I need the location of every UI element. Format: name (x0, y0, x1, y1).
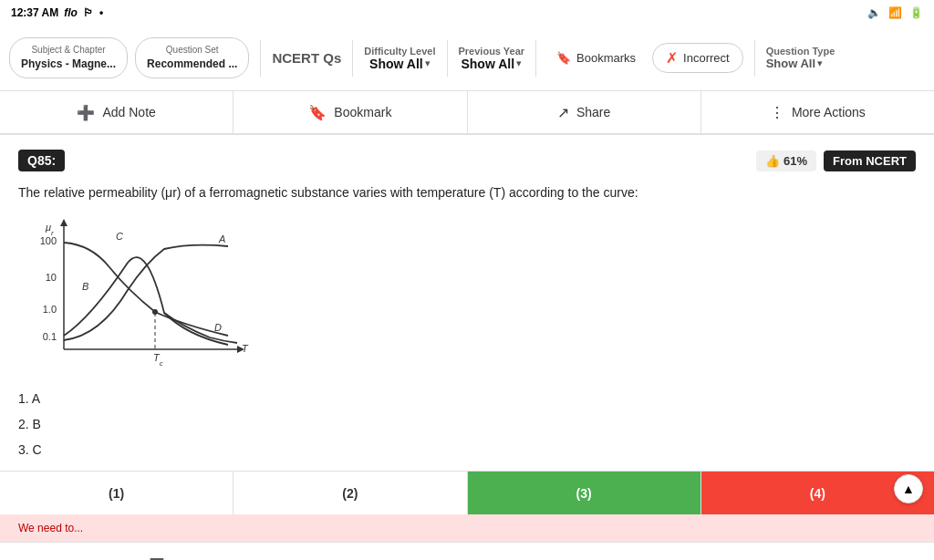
add-note-icon: ➕ (77, 104, 95, 121)
option-1-number: 1. (18, 391, 32, 406)
answer-tab-2-label: (2) (342, 486, 358, 501)
question-header: Q85: 👍 61% From NCERT (18, 150, 916, 171)
option-2[interactable]: 2. B (18, 415, 916, 433)
percent-badge: 👍 61% (756, 150, 816, 171)
prev-year-label: Previous Year (459, 46, 525, 57)
prev-year-value: Show All ▾ (461, 57, 522, 71)
question-badges: 👍 61% From NCERT (756, 150, 916, 171)
app-name: flo (64, 6, 78, 19)
answer-tab-1[interactable]: (1) (0, 472, 234, 514)
answer-tab-2[interactable]: (2) (234, 472, 467, 514)
q-type-arrow: ▾ (817, 57, 823, 69)
flo-icon: 🏳 (83, 6, 94, 19)
share-icon: ↗ (557, 104, 569, 121)
svg-marker-3 (60, 219, 67, 226)
answer-tab-4-label: (4) (810, 486, 825, 501)
divider-5 (754, 40, 755, 77)
ncert-qs-label: NCERT Qs (272, 50, 341, 66)
incorrect-button[interactable]: ✗ Incorrect (652, 43, 743, 73)
action-bar: ➕ Add Note 🔖 Bookmark ↗ Share ⋮ More Act… (0, 91, 934, 135)
question-number: Q85: (18, 150, 65, 171)
svg-text:T: T (242, 343, 249, 354)
svg-text:B: B (82, 281, 88, 292)
option-1[interactable]: 1. A (18, 389, 916, 408)
difficulty-label: Difficulty Level (364, 46, 435, 57)
svg-text:Tc: Tc (153, 352, 163, 368)
difficulty-filter[interactable]: Difficulty Level Show All ▾ (364, 46, 435, 71)
answer-tab-1-label: (1) (109, 486, 124, 501)
prev-year-arrow: ▾ (516, 57, 522, 69)
difficulty-arrow: ▾ (425, 57, 431, 69)
status-left: 12:37 AM flo 🏳 • (11, 6, 103, 19)
wifi-icon: 📶 (888, 6, 902, 19)
question-set-value: Recommended ... (147, 57, 237, 72)
back-triangle-icon[interactable]: ◁ (772, 555, 785, 561)
svg-text:100: 100 (40, 235, 57, 246)
filter-bar: Subject & Chapter Physics - Magne... Que… (0, 26, 934, 91)
graph-container: 100 10 1.0 0.1 μr T Tc A B C (18, 217, 916, 375)
option-2-label: B (33, 417, 41, 431)
q-type-label: Question Type (766, 46, 835, 57)
option-3[interactable]: 3. C (18, 441, 916, 459)
subject-chapter-filter[interactable]: Subject & Chapter Physics - Magne... (9, 37, 128, 78)
svg-text:10: 10 (46, 272, 57, 283)
bookmarks-button[interactable]: 🔖 Bookmarks (547, 46, 645, 70)
svg-text:C: C (116, 231, 123, 242)
option-4[interactable]: 4. D (18, 466, 916, 471)
incorrect-label: Incorrect (683, 51, 730, 65)
hint-text: We need to... (18, 522, 83, 534)
status-bar: 12:37 AM flo 🏳 • 🔈 📶 🔋 (0, 0, 934, 26)
ncert-qs-filter[interactable]: NCERT Qs (272, 50, 341, 66)
previous-year-filter[interactable]: Previous Year Show All ▾ (459, 46, 525, 71)
option-3-label: C (33, 442, 42, 457)
more-actions-icon: ⋮ (770, 104, 784, 121)
option-2-number: 2. (18, 417, 33, 431)
ncert-badge: From NCERT (824, 150, 916, 171)
bookmark-action-icon: 🔖 (308, 104, 327, 121)
question-type-filter[interactable]: Question Type Show All ▾ (766, 46, 835, 70)
svg-text:D: D (214, 322, 222, 333)
more-actions-button[interactable]: ⋮ More Actions (701, 91, 934, 133)
time: 12:37 AM (11, 6, 58, 19)
q-type-value: Show All ▾ (766, 57, 835, 70)
question-text: The relative permeability (μr) of a ferr… (18, 182, 916, 202)
status-right: 🔈 📶 🔋 (867, 6, 923, 19)
answer-tab-3-label: (3) (576, 486, 592, 501)
svg-text:1.0: 1.0 (43, 304, 57, 315)
bookmark-action-label: Bookmark (334, 105, 391, 119)
home-circle-icon[interactable]: ○ (462, 555, 473, 560)
divider-4 (535, 40, 536, 77)
option-4-number: 4. (18, 468, 33, 471)
scroll-up-icon: ▲ (902, 482, 915, 496)
divider-3 (447, 40, 448, 77)
subject-chapter-value: Physics - Magne... (21, 57, 116, 72)
options-list: 1. A 2. B 3. C 4. D (18, 389, 916, 471)
divider-1 (260, 40, 261, 77)
share-button[interactable]: ↗ Share (468, 91, 701, 133)
battery-icon: 🔋 (909, 6, 923, 19)
answer-tabs: (1) (2) (3) (4) (0, 471, 934, 514)
svg-text:0.1: 0.1 (43, 331, 57, 342)
answer-tab-3[interactable]: (3) (468, 472, 701, 514)
svg-point-16 (152, 309, 158, 315)
incorrect-x-icon: ✗ (666, 49, 678, 67)
svg-text:A: A (218, 233, 225, 244)
bottom-hint: We need to... (0, 514, 934, 542)
dot-indicator: • (99, 6, 103, 19)
option-3-number: 3. (18, 442, 33, 457)
bottom-nav: ☰ ○ ◁ (0, 542, 934, 560)
question-set-label: Question Set (166, 44, 219, 57)
graph-svg: 100 10 1.0 0.1 μr T Tc A B C (18, 217, 255, 372)
bookmark-action-button[interactable]: 🔖 Bookmark (234, 91, 467, 133)
share-label: Share (576, 105, 610, 119)
scroll-up-button[interactable]: ▲ (894, 474, 923, 503)
more-actions-label: More Actions (792, 105, 866, 119)
bookmark-icon: 🔖 (556, 51, 571, 65)
add-note-button[interactable]: ➕ Add Note (0, 91, 234, 133)
question-set-filter[interactable]: Question Set Recommended ... (135, 37, 249, 78)
add-note-label: Add Note (102, 105, 155, 119)
option-1-label: A (32, 391, 40, 406)
difficulty-value: Show All ▾ (369, 57, 431, 71)
option-4-label: D (33, 468, 42, 471)
hamburger-menu-icon[interactable]: ☰ (149, 555, 165, 561)
